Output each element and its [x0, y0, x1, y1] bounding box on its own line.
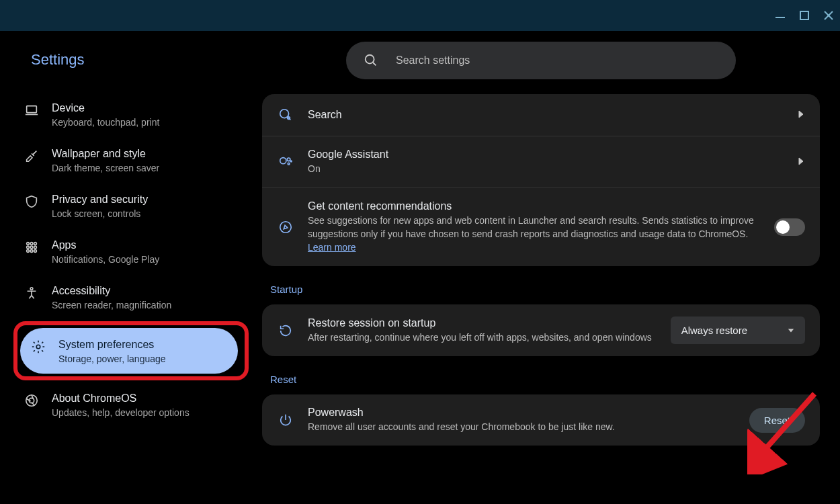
sidebar-item-wallpaper[interactable]: Wallpaper and styleDark theme, screen sa…	[13, 137, 249, 183]
svg-point-13	[30, 250, 33, 253]
compass-icon	[277, 218, 294, 236]
svg-point-9	[27, 246, 30, 249]
reset-group: PowerwashRemove all user accounts and re…	[262, 394, 820, 446]
dropdown-value: Always restore	[681, 325, 747, 336]
assistant-icon	[277, 153, 294, 171]
grid-icon	[24, 239, 40, 255]
learn-more-link[interactable]: Learn more	[308, 242, 356, 253]
row-sub: After restarting, continue where you lef…	[308, 331, 657, 344]
row-restore-session: Restore session on startupAfter restarti…	[262, 304, 820, 356]
svg-point-6	[27, 243, 30, 245]
row-sub: Remove all user accounts and reset your …	[308, 420, 736, 433]
search-engine-icon	[277, 106, 294, 124]
svg-point-15	[30, 288, 33, 290]
reset-button[interactable]: Reset	[749, 408, 805, 433]
svg-point-10	[30, 246, 33, 249]
sidebar-label: Device	[52, 101, 159, 116]
chrome-icon	[24, 392, 40, 409]
minimize-button[interactable]	[774, 9, 786, 22]
chevron-right-icon	[797, 156, 805, 168]
sidebar-label: Wallpaper and style	[52, 146, 159, 161]
sidebar-item-privacy[interactable]: Privacy and securityLock screen, control…	[13, 183, 249, 228]
svg-point-28	[280, 222, 292, 233]
gear-icon	[30, 339, 46, 355]
row-search[interactable]: Search	[262, 94, 820, 136]
recommendations-toggle[interactable]	[774, 218, 805, 236]
sidebar-label: Apps	[52, 238, 159, 253]
search-icon	[364, 53, 378, 68]
sidebar-title: Settings	[13, 51, 249, 69]
sidebar: Settings DeviceKeyboard, touchpad, print…	[0, 31, 255, 504]
svg-point-24	[280, 158, 286, 164]
sidebar-sub: Updates, help, developer options	[52, 407, 190, 418]
row-title: Google Assistant	[308, 149, 784, 161]
main-content: Search Google AssistantOn Get content re…	[255, 31, 840, 504]
sidebar-sub: Dark theme, screen saver	[52, 163, 159, 173]
svg-rect-4	[27, 106, 37, 113]
row-recommendations: Get content recommendations See suggesti…	[262, 187, 820, 266]
svg-point-16	[36, 345, 40, 349]
section-reset-label: Reset	[270, 374, 820, 385]
row-sub: On	[308, 162, 784, 175]
chevron-down-icon	[788, 327, 794, 334]
svg-point-8	[34, 243, 37, 245]
svg-point-7	[30, 243, 33, 245]
annotation-highlight: System preferencesStorage, power, langua…	[13, 321, 249, 380]
shield-icon	[24, 194, 40, 210]
sidebar-item-system[interactable]: System preferencesStorage, power, langua…	[20, 328, 238, 374]
sidebar-sub: Storage, power, language	[58, 353, 166, 364]
sidebar-item-device[interactable]: DeviceKeyboard, touchpad, print	[13, 91, 249, 137]
laptop-icon	[24, 102, 40, 118]
sidebar-label: About ChromeOS	[52, 391, 190, 406]
svg-point-27	[290, 161, 292, 162]
row-title: Search	[308, 109, 784, 121]
accessibility-icon	[24, 285, 40, 301]
sidebar-item-apps[interactable]: AppsNotifications, Google Play	[13, 228, 249, 274]
svg-line-20	[373, 62, 376, 66]
row-sub: See suggestions for new apps and web con…	[308, 214, 761, 254]
svg-point-14	[34, 250, 37, 253]
section-startup-label: Startup	[270, 284, 820, 295]
brush-icon	[24, 148, 40, 164]
svg-point-12	[27, 250, 30, 253]
search-box[interactable]	[346, 42, 736, 79]
restore-dropdown[interactable]: Always restore	[671, 317, 805, 344]
row-powerwash: PowerwashRemove all user accounts and re…	[262, 394, 820, 446]
close-button[interactable]	[823, 9, 835, 22]
row-title: Get content recommendations	[308, 200, 761, 212]
startup-group: Restore session on startupAfter restarti…	[262, 304, 820, 356]
chevron-right-icon	[797, 109, 805, 121]
power-icon	[277, 411, 294, 429]
sidebar-label: System preferences	[58, 337, 166, 352]
row-assistant[interactable]: Google AssistantOn	[262, 136, 820, 187]
sidebar-label: Accessibility	[52, 284, 171, 298]
settings-group: Search Google AssistantOn Get content re…	[262, 94, 820, 266]
row-title: Restore session on startup	[308, 317, 657, 329]
svg-point-21	[280, 110, 289, 118]
search-input[interactable]	[396, 54, 718, 67]
svg-rect-1	[800, 11, 808, 19]
maximize-button[interactable]	[798, 9, 810, 22]
svg-point-11	[34, 246, 37, 249]
svg-point-26	[288, 163, 290, 165]
svg-point-25	[287, 158, 290, 161]
sidebar-item-accessibility[interactable]: AccessibilityScreen reader, magnificatio…	[13, 274, 249, 320]
sidebar-sub: Keyboard, touchpad, print	[52, 117, 159, 128]
sidebar-sub: Notifications, Google Play	[52, 254, 159, 265]
sidebar-label: Privacy and security	[52, 192, 148, 207]
svg-point-17	[26, 395, 38, 407]
sidebar-sub: Lock screen, controls	[52, 208, 148, 219]
svg-point-19	[366, 55, 374, 64]
window-titlebar	[0, 0, 840, 31]
sidebar-item-about[interactable]: About ChromeOSUpdates, help, developer o…	[13, 382, 249, 427]
restore-icon	[277, 322, 294, 339]
row-title: Powerwash	[308, 407, 736, 419]
sidebar-sub: Screen reader, magnification	[52, 300, 171, 310]
